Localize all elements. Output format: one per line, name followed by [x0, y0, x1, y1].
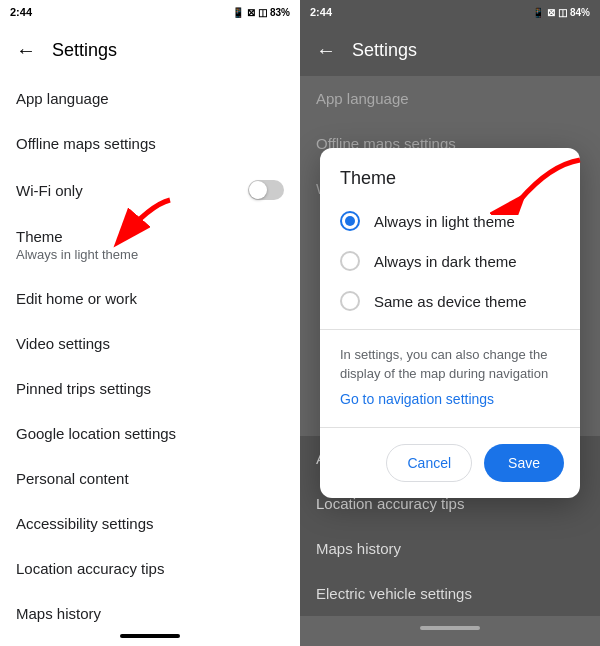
- radio-dark[interactable]: [340, 251, 360, 271]
- radio-light[interactable]: [340, 211, 360, 231]
- left-toolbar: ← Settings: [0, 24, 300, 76]
- save-button[interactable]: Save: [484, 444, 564, 482]
- dialog-actions: Cancel Save: [320, 436, 580, 486]
- dialog-divider: [320, 329, 580, 330]
- left-panel: 2:44 📱 ⊠ ◫ 83% ← Settings App language O…: [0, 0, 300, 646]
- left-time: 2:44: [10, 6, 32, 18]
- left-battery: 83%: [270, 7, 290, 18]
- right-red-arrow: [490, 155, 590, 215]
- option-dark-label: Always in dark theme: [374, 253, 517, 270]
- dialog-divider-2: [320, 427, 580, 428]
- right-bottom-bar: [420, 626, 480, 630]
- dialog-overlay: Theme Always in light theme Always in da…: [300, 0, 600, 646]
- right-panel: 2:44 📱 ⊠ ◫ 84% ← Settings App language O…: [300, 0, 600, 646]
- google-location-item[interactable]: Google location settings: [0, 411, 300, 456]
- maps-history-item[interactable]: Maps history: [0, 591, 300, 628]
- left-status-icons: 📱 ⊠ ◫ 83%: [232, 7, 290, 18]
- video-settings-item[interactable]: Video settings: [0, 321, 300, 366]
- dialog-info-text: In settings, you can also change the dis…: [320, 338, 580, 386]
- left-settings-list: App language Offline maps settings Wi-Fi…: [0, 76, 300, 628]
- theme-item[interactable]: Theme Always in light theme: [0, 214, 300, 276]
- option-light-label: Always in light theme: [374, 213, 515, 230]
- list-item[interactable]: Offline maps settings: [0, 121, 300, 166]
- cancel-button[interactable]: Cancel: [386, 444, 472, 482]
- left-status-bar: 2:44 📱 ⊠ ◫ 83%: [0, 0, 300, 24]
- option-device-label: Same as device theme: [374, 293, 527, 310]
- pinned-trips-item[interactable]: Pinned trips settings: [0, 366, 300, 411]
- toggle-knob: [249, 181, 267, 199]
- edit-home-item[interactable]: Edit home or work: [0, 276, 300, 321]
- left-bottom-bar: [120, 634, 180, 638]
- radio-device[interactable]: [340, 291, 360, 311]
- option-dark[interactable]: Always in dark theme: [320, 241, 580, 281]
- wifi-toggle[interactable]: [248, 180, 284, 200]
- accessibility-item[interactable]: Accessibility settings: [0, 501, 300, 546]
- left-page-title: Settings: [52, 40, 117, 61]
- personal-content-item[interactable]: Personal content: [0, 456, 300, 501]
- left-back-button[interactable]: ←: [16, 39, 36, 62]
- wifi-only-item[interactable]: Wi-Fi only: [0, 166, 300, 214]
- option-device[interactable]: Same as device theme: [320, 281, 580, 321]
- list-item[interactable]: App language: [0, 76, 300, 121]
- nav-settings-link[interactable]: Go to navigation settings: [320, 387, 580, 419]
- location-accuracy-item[interactable]: Location accuracy tips: [0, 546, 300, 591]
